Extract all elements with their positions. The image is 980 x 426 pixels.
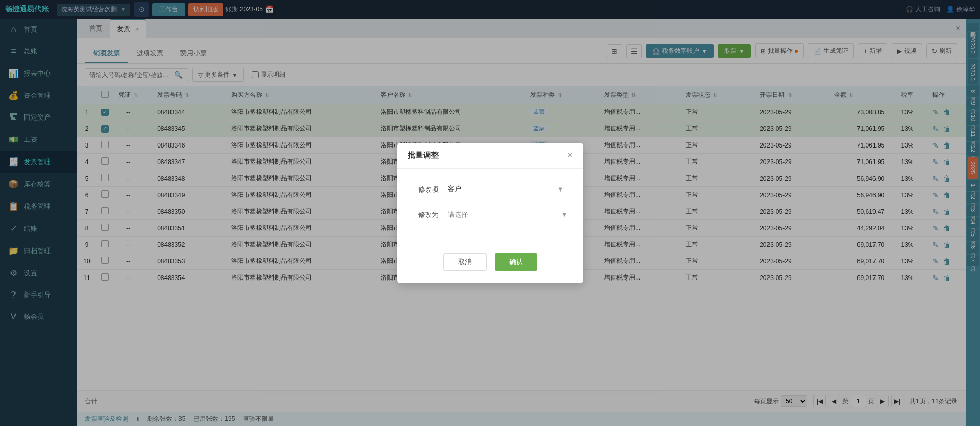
modal-cancel-btn[interactable]: 取消: [443, 253, 487, 271]
modal-title: 批量调整: [408, 151, 439, 160]
modify-to-input[interactable]: [444, 208, 561, 222]
modify-item-label: 修改项: [413, 185, 439, 194]
modify-to-arrow-icon: ▼: [561, 211, 568, 218]
modal-footer: 取消 确认: [397, 245, 583, 283]
batch-adjust-modal: 批量调整 × 修改项 客户 ▼ 修改为 ▼ 取消 确认: [397, 143, 583, 283]
modify-item-arrow-icon: ▼: [557, 185, 564, 193]
modify-item-select[interactable]: 客户 ▼: [444, 181, 568, 197]
modal-header: 批量调整 ×: [397, 143, 583, 169]
modify-item-value: 客户: [448, 184, 461, 194]
modify-to-label: 修改为: [413, 210, 439, 219]
modal-body: 修改项 客户 ▼ 修改为 ▼: [397, 169, 583, 245]
modal-confirm-btn[interactable]: 确认: [495, 253, 537, 271]
modal-overlay: 批量调整 × 修改项 客户 ▼ 修改为 ▼ 取消 确认: [0, 0, 980, 426]
modify-item-row: 修改项 客户 ▼: [413, 181, 568, 197]
modal-close-btn[interactable]: ×: [567, 150, 573, 161]
modify-to-row: 修改为 ▼: [413, 208, 568, 222]
modify-to-input-wrapper: ▼: [444, 208, 568, 222]
